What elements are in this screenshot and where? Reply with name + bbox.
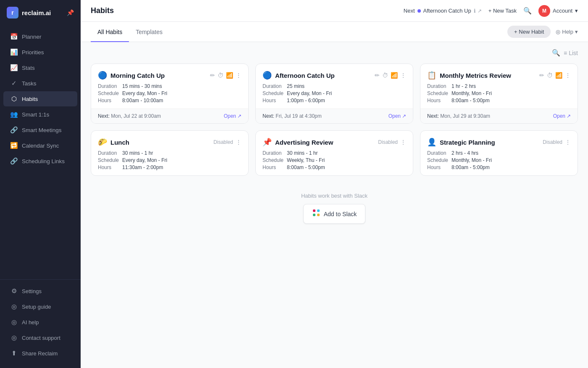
priorities-icon: 📊 <box>10 48 18 56</box>
sidebar-item-label: Tasks <box>22 80 37 87</box>
next-text: Next: Fri, Jul 19 at 4:30pm <box>262 113 322 119</box>
sidebar: r reclaim.ai 📌 📅 Planner 📊 Priorities 📈 … <box>0 0 81 368</box>
duration-value: 30 mins - 1 hr <box>122 150 242 156</box>
habit-name: Monthly Metrics Review <box>440 72 539 79</box>
tasks-icon: ✓ <box>10 79 18 87</box>
help-circle-icon: ◎ <box>556 29 560 35</box>
tab-templates[interactable]: Templates <box>129 22 169 42</box>
share-icon: ⬆ <box>10 349 18 357</box>
habit-name: Advertising Review <box>275 139 378 146</box>
tab-actions: + New Habit ◎ Help ▾ <box>507 26 578 38</box>
sidebar-item-stats[interactable]: 📈 Stats <box>3 60 77 75</box>
timer-icon[interactable]: ⏱ <box>382 72 388 79</box>
habit-name: Morning Catch Up <box>110 72 210 79</box>
disabled-badge: Disabled <box>378 139 398 145</box>
sidebar-item-label: Calendar Sync <box>22 143 59 149</box>
grid-search-icon[interactable]: 🔍 <box>552 49 560 57</box>
sidebar-item-tasks[interactable]: ✓ Tasks <box>3 76 77 91</box>
open-link[interactable]: Open ↗ <box>388 113 406 119</box>
add-to-slack-label: Add to Slack <box>324 211 357 217</box>
more-icon[interactable]: ⋮ <box>236 139 242 146</box>
sidebar-item-settings[interactable]: ⚙ Settings <box>3 283 77 299</box>
add-to-slack-button[interactable]: Add to Slack <box>303 204 366 224</box>
external-link-icon[interactable]: ↗ <box>478 8 482 14</box>
habit-icon: 🌮 <box>98 138 107 147</box>
calendar-sync-icon: 🔁 <box>10 142 18 149</box>
more-icon[interactable]: ⋮ <box>565 72 571 79</box>
habit-name: Afternoon Catch Up <box>275 72 375 79</box>
open-link[interactable]: Open ↗ <box>553 113 571 119</box>
disabled-badge: Disabled <box>543 139 562 145</box>
sidebar-item-label: AI help <box>22 319 39 326</box>
habit-icon: 📋 <box>427 71 436 80</box>
next-icons: ℹ ↗ <box>474 8 482 14</box>
sidebar-item-label: Smart 1:1s <box>22 111 49 118</box>
disabled-badge: Disabled <box>213 139 233 145</box>
open-link[interactable]: Open ↗ <box>224 113 242 119</box>
chart-icon[interactable]: 📶 <box>226 72 233 79</box>
more-icon[interactable]: ⋮ <box>565 139 571 146</box>
external-link-icon: ↗ <box>237 113 242 119</box>
duration-label: Duration <box>98 150 119 156</box>
sidebar-item-smart-1-1s[interactable]: 👥 Smart 1:1s <box>3 107 77 122</box>
sidebar-item-share-reclaim[interactable]: ⬆ Share Reclaim <box>3 346 77 361</box>
svg-rect-1 <box>317 209 320 212</box>
duration-value: 15 mins - 30 mins <box>122 83 242 89</box>
habit-details: Duration 30 mins - 1 hr Schedule Weekly,… <box>256 150 413 175</box>
topbar: Habits Next Afternoon Catch Up ℹ ↗ + New… <box>81 0 588 22</box>
habit-icon: 👤 <box>427 138 436 147</box>
habit-card-header: 📌 Advertising Review Disabled ⋮ <box>256 131 413 150</box>
list-label: List <box>569 50 578 56</box>
main-content: Habits Next Afternoon Catch Up ℹ ↗ + New… <box>81 0 588 368</box>
sidebar-item-setup-guide[interactable]: ◎ Setup guide <box>3 299 77 314</box>
next-date: Fri, Jul 19 at 4:30pm <box>276 113 321 119</box>
logo[interactable]: r reclaim.ai 📌 <box>0 0 81 25</box>
sidebar-item-priorities[interactable]: 📊 Priorities <box>3 45 77 60</box>
habit-icon: 🔵 <box>98 71 107 80</box>
search-button[interactable]: 🔍 <box>523 7 532 15</box>
tab-all-habits[interactable]: All Habits <box>91 22 129 42</box>
sidebar-item-ai-help[interactable]: ◎ AI help <box>3 315 77 330</box>
sidebar-item-smart-meetings[interactable]: 🔗 Smart Meetings <box>3 122 77 138</box>
hours-label: Hours <box>98 164 119 170</box>
edit-icon[interactable]: ✏ <box>210 72 215 79</box>
chart-icon[interactable]: 📶 <box>391 72 398 79</box>
sidebar-item-scheduling-links[interactable]: 🔗 Scheduling Links <box>3 154 77 169</box>
sidebar-item-planner[interactable]: 📅 Planner <box>3 29 77 44</box>
page-title: Habits <box>91 6 114 15</box>
new-habit-button[interactable]: + New Habit <box>507 26 551 38</box>
habit-details: Duration 15 mins - 30 mins Schedule Ever… <box>91 83 248 109</box>
sidebar-item-label: Stats <box>22 65 35 71</box>
next-badge: Next Afternoon Catch Up ℹ ↗ <box>404 8 482 14</box>
sidebar-item-label: Contact support <box>22 335 60 341</box>
hours-value: 1:00pm - 6:00pm <box>287 98 406 103</box>
habit-card-footer: Next: Mon, Jul 29 at 9:30am Open ↗ <box>420 109 578 123</box>
habit-card-monthly-metrics-review: 📋 Monthly Metrics Review ✏ ⏱ 📶 ⋮ Duratio… <box>420 64 578 124</box>
external-link-icon: ↗ <box>402 113 406 119</box>
more-icon[interactable]: ⋮ <box>236 72 242 79</box>
help-button[interactable]: ◎ Help ▾ <box>556 29 578 35</box>
sidebar-item-calendar-sync[interactable]: 🔁 Calendar Sync <box>3 138 77 153</box>
hours-value: 8:00am - 5:00pm <box>452 164 571 170</box>
account-button[interactable]: M Account ▾ <box>538 5 578 17</box>
more-icon[interactable]: ⋮ <box>400 139 406 146</box>
habit-card-morning-catch-up: 🔵 Morning Catch Up ✏ ⏱ 📶 ⋮ Duration 15 m… <box>91 64 249 124</box>
next-dot <box>417 9 421 13</box>
timer-icon[interactable]: ⏱ <box>547 72 553 79</box>
edit-icon[interactable]: ✏ <box>375 72 380 79</box>
info-icon[interactable]: ℹ <box>474 8 476 14</box>
more-icon[interactable]: ⋮ <box>400 72 406 79</box>
next-item[interactable]: Afternoon Catch Up <box>423 8 471 14</box>
account-label: Account <box>553 8 572 14</box>
list-view-button[interactable]: ≡ List <box>564 50 578 56</box>
schedule-label: Schedule <box>427 157 448 163</box>
sidebar-bottom: ⚙ Settings ◎ Setup guide ◎ AI help ◎ Con… <box>0 279 81 368</box>
sidebar-item-contact-support[interactable]: ◎ Contact support <box>3 330 77 345</box>
timer-icon[interactable]: ⏱ <box>218 72 223 79</box>
pin-icon[interactable]: 📌 <box>67 9 74 16</box>
sidebar-item-habits[interactable]: ⬡ Habits <box>3 91 77 106</box>
edit-icon[interactable]: ✏ <box>539 72 544 79</box>
chart-icon[interactable]: 📶 <box>555 72 562 79</box>
habit-details: Duration 25 mins Schedule Every day, Mon… <box>256 83 413 109</box>
new-task-button[interactable]: + New Task <box>488 8 517 14</box>
